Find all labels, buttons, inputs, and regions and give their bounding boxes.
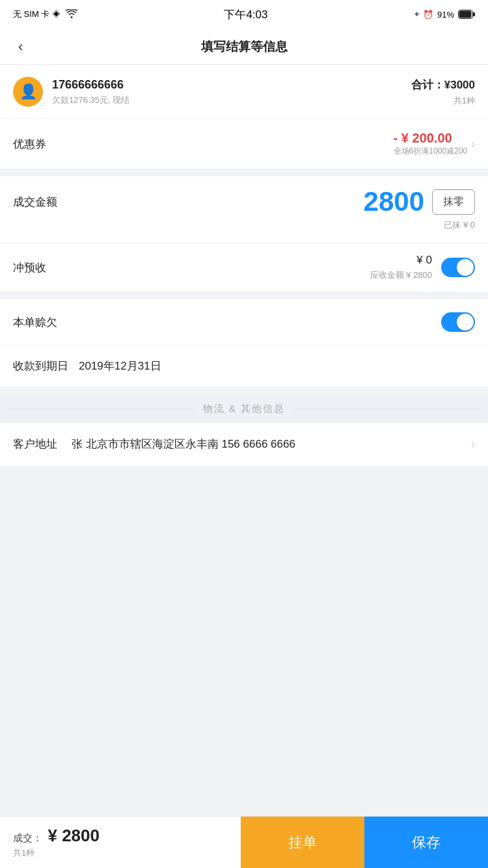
logistics-divider: 物流 & 其他信息 [0,394,488,423]
customer-phone: 17666666666 [52,78,129,92]
section-gap-1 [0,169,488,176]
duedate-row: 收款到期日 2019年12月31日 [0,345,488,387]
wifi-icon [66,9,77,20]
logistics-line-left [8,409,195,409]
battery-percent: 91% [437,10,454,20]
status-time: 下午4:03 [224,7,267,22]
duedate-value: 2019年12月31日 [79,359,161,373]
footer-deal-label: 成交： [13,832,42,843]
toggle-knob [457,259,474,276]
hold-button[interactable]: 挂单 [241,817,364,869]
address-row[interactable]: 客户地址 张 北京市市辖区海淀区永丰南 156 6666 6666 › [0,423,488,466]
address-value: 张 北京市市辖区海淀区永丰南 156 6666 6666 [65,436,471,453]
prepay-label: 冲预收 [13,260,46,275]
coupon-label: 优惠券 [13,137,46,152]
footer-count: 共1种 [13,847,228,859]
sim-status: 无 SIM 卡 ◈ [13,8,61,20]
status-right: ⌖ ⏰ 91% [414,9,475,20]
prepay-row: 冲预收 ¥ 0 应收金额 ¥ 2800 [0,243,488,292]
logistics-text: 物流 & 其他信息 [203,403,285,415]
coupon-row[interactable]: 优惠券 - ¥ 200.00 全场6折满1000减200 › [0,119,488,169]
customer-section: 👤 17666666666 欠款1276.35元, 现结 合计：¥3000 共1… [0,65,488,118]
deal-sub: 已抹 ¥ 0 [13,219,475,231]
alarm-icon: ⏰ [423,10,433,20]
avatar: 👤 [13,77,43,107]
deal-label: 成交金额 [13,195,57,210]
section-gap-3 [0,387,488,394]
duedate-label: 收款到期日 [13,359,68,373]
logistics-line-right [293,409,480,409]
deal-section: 成交金额 2800 抹零 已抹 ¥ 0 [0,176,488,243]
coupon-desc: 全场6折满1000减200 [394,146,467,157]
total-amount: 合计：¥3000 [411,77,475,92]
credit-label: 本单赊欠 [13,315,57,330]
deal-amount: 2800 [364,188,424,215]
status-left: 无 SIM 卡 ◈ [13,8,77,20]
prepay-amount: ¥ 0 [370,254,432,267]
coupon-discount: - ¥ 200.00 [394,131,467,146]
footer-info: 成交： ¥ 2800 共1种 [0,826,241,859]
svg-rect-1 [459,11,471,18]
bottom-spacer [0,466,488,570]
coupon-right: - ¥ 200.00 全场6折满1000减200 › [394,131,475,157]
footer: 成交： ¥ 2800 共1种 挂单 保存 [0,816,488,868]
prepay-receivable: 应收金额 ¥ 2800 [370,269,432,281]
back-button[interactable]: ‹ [13,34,28,59]
nav-bar: ‹ 填写结算等信息 [0,29,488,65]
credit-row: 本单赊欠 [0,299,488,345]
toggle-knob-2 [457,314,474,331]
prepay-toggle[interactable] [441,258,475,277]
chevron-right-icon: › [471,137,475,151]
total-count: 共1种 [411,95,475,107]
page-title: 填写结算等信息 [201,38,288,55]
round-off-button[interactable]: 抹零 [432,189,475,215]
save-button[interactable]: 保存 [364,817,488,869]
address-label: 客户地址 [13,437,65,452]
status-bar: 无 SIM 卡 ◈ 下午4:03 ⌖ ⏰ 91% [0,0,488,29]
customer-debt: 欠款1276.35元, 现结 [52,94,129,106]
credit-toggle[interactable] [441,312,475,332]
location-icon: ⌖ [414,9,419,20]
battery-icon [458,10,475,19]
footer-deal-amount: ¥ 2800 [47,826,100,845]
section-gap-2 [0,292,488,299]
svg-rect-2 [473,12,475,16]
footer-deal-row: 成交： ¥ 2800 [13,826,228,846]
address-chevron-icon: › [471,437,475,451]
